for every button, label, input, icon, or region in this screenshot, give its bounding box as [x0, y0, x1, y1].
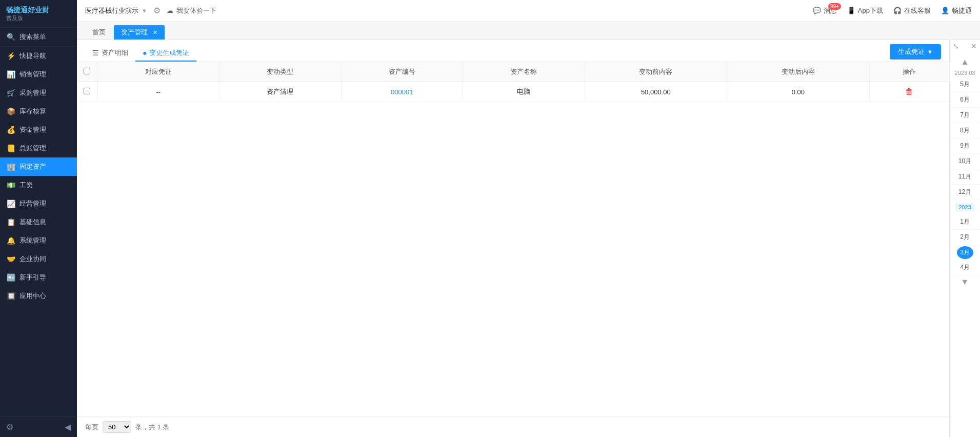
sidebar-item-search[interactable]: 🔍 搜索菜单: [0, 28, 77, 47]
collapse-icon[interactable]: ◀: [65, 422, 71, 432]
sidebar-item-basic[interactable]: 📋 基础信息: [0, 213, 77, 231]
header-gear-icon[interactable]: ⚙: [153, 6, 161, 15]
tab-home[interactable]: 首页: [85, 25, 113, 39]
detail-tab-label: 资产明细: [102, 48, 128, 57]
cal-month-3[interactable]: 3月: [957, 246, 973, 259]
operations-icon: 📈: [6, 199, 15, 208]
row-voucher: --: [97, 82, 219, 102]
company-selector[interactable]: 医疗器械行业演示 ▼: [85, 6, 147, 15]
col-action: 操作: [869, 62, 949, 82]
headset-icon: 🎧: [893, 7, 902, 14]
tab-asset[interactable]: 资产管理 ✕: [114, 25, 165, 39]
voucher-tab-label: 变更生成凭证: [149, 48, 189, 57]
top-header: 医疗器械行业演示 ▼ ⚙ ☁ 我要体验一下 💬 消息 99+ 📱 App下载 🎧…: [77, 0, 980, 22]
col-change-type: 变动类型: [219, 62, 342, 82]
basic-icon: 📋: [6, 217, 15, 227]
calendar-scroll-up[interactable]: ▲: [950, 55, 980, 69]
ledger-icon: 📒: [6, 144, 15, 153]
generate-voucher-button[interactable]: 生成凭证 ▼: [890, 44, 941, 59]
cal-month-5[interactable]: 5月: [950, 77, 980, 92]
app-download-action[interactable]: 📱 App下载: [847, 6, 883, 15]
cloud-icon: ☁: [167, 7, 173, 14]
sidebar-bottom: ⚙ ◀: [0, 416, 77, 437]
cal-month-4[interactable]: 4月: [950, 260, 980, 275]
content-wrapper: ☰ 资产明细 ● 变更生成凭证 生成凭证 ▼: [77, 40, 980, 437]
generate-btn-label: 生成凭证: [898, 47, 925, 56]
sidebar-item-appstore[interactable]: 🔲 应用中心: [0, 287, 77, 305]
company-dropdown-arrow: ▼: [142, 8, 147, 14]
sub-tab-detail[interactable]: ☰ 资产明细: [85, 45, 135, 62]
cal-month-8[interactable]: 8月: [950, 123, 980, 138]
sidebar-item-enterprise[interactable]: 🤝 企业协同: [0, 250, 77, 268]
calendar-year-current[interactable]: 2023: [950, 202, 980, 212]
row-asset-name: 电脑: [463, 82, 585, 102]
row-asset-code[interactable]: 000001: [341, 82, 463, 102]
cal-month-7[interactable]: 7月: [950, 108, 980, 123]
delete-row-button[interactable]: 🗑: [905, 87, 913, 96]
sidebar-item-purchase[interactable]: 🛒 采购管理: [0, 84, 77, 102]
sidebar-item-quicknav[interactable]: ⚡ 快捷导航: [0, 47, 77, 65]
logo-text: 畅捷通好业财: [6, 5, 49, 14]
message-icon: 💬: [813, 7, 821, 14]
purchase-icon: 🛒: [6, 88, 15, 97]
cal-month-2[interactable]: 2月: [950, 230, 980, 245]
sidebar-appstore-label: 应用中心: [19, 291, 46, 301]
cal-month-1[interactable]: 1月: [950, 214, 980, 230]
col-voucher: 对应凭证: [97, 62, 219, 82]
cal-month-11[interactable]: 11月: [950, 169, 980, 185]
sidebar-fixed-label: 固定资产: [19, 162, 46, 171]
table-footer: 每页 50 10 20 100 条，共 1 条: [77, 416, 949, 437]
table-row: -- 资产清理 000001 电脑 50,000.00 0.00 🗑: [77, 82, 949, 102]
customer-service-label: 在线客服: [904, 6, 931, 15]
sidebar-item-sales[interactable]: 📊 销售管理: [0, 65, 77, 84]
row-change-type: 资产清理: [219, 82, 342, 102]
calendar-scroll-down[interactable]: ▼: [950, 275, 980, 289]
messages-action[interactable]: 💬 消息 99+: [813, 6, 837, 15]
total-count: 条，共 1 条: [135, 423, 169, 432]
sidebar: 畅捷通好业财 普及版 🔍 搜索菜单 ⚡ 快捷导航 📊 销售管理 🛒 采购管理 📦…: [0, 0, 77, 437]
settings-icon[interactable]: ⚙: [6, 422, 13, 432]
sidebar-item-inventory[interactable]: 📦 库存核算: [0, 102, 77, 121]
fixed-icon: 🏢: [6, 162, 15, 171]
content-area: ☰ 资产明细 ● 变更生成凭证 生成凭证 ▼: [77, 40, 949, 437]
row-checkbox[interactable]: [84, 88, 90, 94]
row-checkbox-cell[interactable]: [77, 82, 97, 102]
sidebar-item-salary[interactable]: 💵 工资: [0, 176, 77, 194]
cal-month-10[interactable]: 10月: [950, 154, 980, 169]
sub-tab-voucher[interactable]: ● 变更生成凭证: [135, 45, 196, 62]
sidebar-item-fixed[interactable]: 🏢 固定资产: [0, 157, 77, 176]
enterprise-icon: 🤝: [6, 254, 15, 264]
calendar-close-icon[interactable]: ✕: [971, 42, 977, 50]
col-asset-name: 资产名称: [463, 62, 585, 82]
table-header-checkbox[interactable]: [77, 62, 97, 82]
user-action[interactable]: 👤 畅捷通: [941, 6, 972, 15]
sidebar-item-ledger[interactable]: 📒 总账管理: [0, 139, 77, 157]
sidebar-funds-label: 资金管理: [19, 125, 46, 134]
sidebar-quicknav-label: 快捷导航: [19, 51, 46, 61]
voucher-tab-icon: ●: [143, 49, 147, 57]
sidebar-item-funds[interactable]: 💰 资金管理: [0, 121, 77, 139]
select-all-checkbox[interactable]: [84, 68, 90, 74]
row-before: 50,000.00: [585, 82, 727, 102]
company-name: 医疗器械行业演示: [85, 6, 138, 15]
cal-month-12[interactable]: 12月: [950, 185, 980, 200]
sidebar-item-system[interactable]: 🔔 系统管理: [0, 231, 77, 250]
table-container: 对应凭证 变动类型 资产编号 资产名称 变动前内容 变动后内容 操作: [77, 62, 949, 416]
tab-close-icon[interactable]: ✕: [153, 29, 157, 35]
customer-service-action[interactable]: 🎧 在线客服: [893, 6, 931, 15]
cal-month-9[interactable]: 9月: [950, 138, 980, 154]
calendar-expand-icon[interactable]: ⤡: [953, 42, 959, 50]
salary-icon: 💵: [6, 181, 15, 190]
app-download-icon: 📱: [847, 7, 855, 14]
quicknav-icon: ⚡: [6, 51, 15, 61]
page-size-select[interactable]: 50 10 20 100: [103, 421, 131, 433]
experience-button[interactable]: ☁ 我要体验一下: [167, 6, 216, 15]
cal-month-6[interactable]: 6月: [950, 92, 980, 108]
sidebar-item-operations[interactable]: 📈 经营管理: [0, 194, 77, 213]
sidebar-logo: 畅捷通好业财 普及版: [0, 0, 77, 28]
sub-tabs: ☰ 资产明细 ● 变更生成凭证 生成凭证 ▼: [77, 40, 949, 62]
user-avatar-icon: 👤: [941, 7, 949, 14]
asset-table: 对应凭证 变动类型 资产编号 资产名称 变动前内容 变动后内容 操作: [77, 62, 949, 102]
sidebar-item-guide[interactable]: 🆕 新手引导: [0, 268, 77, 287]
message-badge: 99+: [828, 3, 841, 10]
